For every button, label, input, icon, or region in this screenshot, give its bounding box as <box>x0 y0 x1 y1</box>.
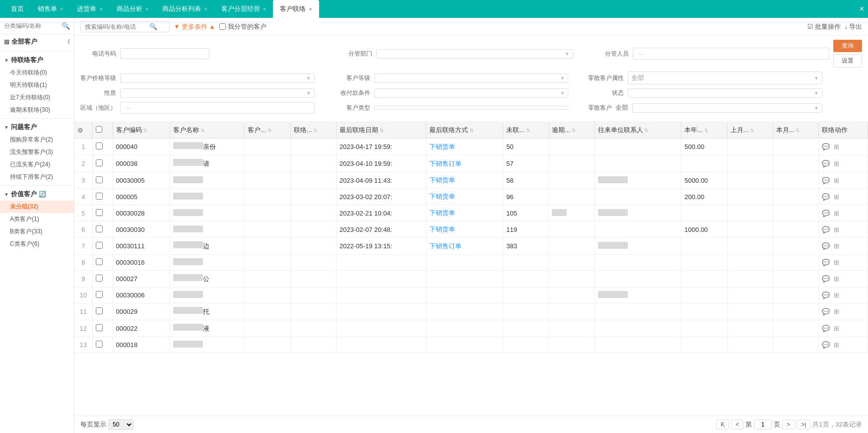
area-dots[interactable]: ··· <box>124 104 134 112</box>
chat-icon[interactable]: 💬 <box>822 242 830 250</box>
sidebar-item-ungroup[interactable]: 未分组(32) <box>0 201 74 213</box>
qr-icon[interactable]: ⊞ <box>834 226 839 233</box>
payment-select[interactable]: ▼ <box>374 88 569 98</box>
col-unit-contact[interactable]: 往来单位联系人 <box>595 122 681 139</box>
row-checkbox[interactable] <box>96 258 103 265</box>
qr-icon[interactable]: ⊞ <box>834 275 839 283</box>
row-checkbox[interactable] <box>96 291 103 298</box>
col-no-contact[interactable]: 未联... <box>503 122 549 139</box>
row-checkbox[interactable] <box>96 307 103 314</box>
settings-icon[interactable]: ⚙ <box>77 127 83 134</box>
sidebar-item-class-a[interactable]: A类客户(1) <box>0 213 74 225</box>
qr-icon[interactable]: ⊞ <box>834 341 839 349</box>
method-link[interactable]: 下销货单 <box>429 143 455 150</box>
col-this-month[interactable]: 本月... <box>773 122 818 139</box>
retail-attr-select[interactable]: 全部 ▼ <box>628 72 822 84</box>
sidebar-item-class-c[interactable]: C类客户(6) <box>0 238 74 250</box>
sidebar-item-churn-warning[interactable]: 流失预警客户(3) <box>0 146 74 158</box>
sidebar-item-churned[interactable]: 已流失客户(24) <box>0 158 74 171</box>
row-checkbox[interactable] <box>96 143 103 149</box>
manager-select[interactable]: ··· <box>633 48 829 60</box>
per-page-select[interactable]: 50 10 20 100 <box>108 419 134 430</box>
nav-tab-analysis[interactable]: 商品分析 × <box>110 0 155 18</box>
next-page-btn[interactable]: > <box>782 420 795 430</box>
row-checkbox[interactable] <box>96 341 103 348</box>
chat-icon[interactable]: 💬 <box>822 275 830 283</box>
sidebar-item-hoarding[interactable]: 囤购异常客户(2) <box>0 134 74 146</box>
method-link[interactable]: 下销货单 <box>429 209 455 216</box>
close-sales-tab[interactable]: × <box>60 6 63 12</box>
dept-select[interactable]: ▼ <box>376 49 573 59</box>
chat-icon[interactable]: 💬 <box>822 160 830 167</box>
close-analysis-tab[interactable]: × <box>145 6 148 12</box>
nav-tab-customer-contact[interactable]: 客户联络 × <box>273 0 319 18</box>
row-checkbox[interactable] <box>96 193 103 200</box>
chat-icon[interactable]: 💬 <box>822 226 830 233</box>
row-checkbox[interactable] <box>96 159 103 166</box>
row-checkbox[interactable] <box>96 176 103 183</box>
col-overdue[interactable]: 逾期... <box>549 122 595 139</box>
group-title-value[interactable]: ▼ 价值客户 🔄 <box>0 188 74 201</box>
col-last-month[interactable]: 上月... <box>727 122 773 139</box>
group-title-pending[interactable]: ▼ 待联络客户 <box>0 54 74 67</box>
prev-page-btn[interactable]: < <box>731 420 743 430</box>
row-checkbox[interactable] <box>96 275 103 282</box>
toolbar-search-input[interactable] <box>85 23 149 30</box>
manager-dots[interactable]: ··· <box>636 50 646 58</box>
sidebar-search-input[interactable] <box>4 22 62 29</box>
my-customers-check[interactable] <box>219 23 226 30</box>
qr-icon[interactable]: ⊞ <box>834 291 839 299</box>
method-link[interactable]: 下销货单 <box>429 225 455 233</box>
qr-icon[interactable]: ⊞ <box>834 177 839 184</box>
sidebar-item-declining[interactable]: 持续下滑客户(2) <box>0 171 74 183</box>
chat-icon[interactable]: 💬 <box>822 210 830 217</box>
my-customers-checkbox[interactable]: 我分管的客户 <box>219 22 267 31</box>
col-last-method[interactable]: 最后联络方式 <box>426 122 503 139</box>
sidebar-item-class-b[interactable]: B类客户(33) <box>0 225 74 238</box>
phone-input[interactable] <box>120 48 209 59</box>
qr-icon[interactable]: ⊞ <box>834 160 839 167</box>
col-code[interactable]: 客户编码 <box>113 122 170 139</box>
chat-icon[interactable]: 💬 <box>822 291 830 299</box>
qr-icon[interactable]: ⊞ <box>834 308 839 315</box>
qr-icon[interactable]: ⊞ <box>834 143 839 150</box>
row-checkbox[interactable] <box>96 209 103 216</box>
method-link[interactable]: 下销货单 <box>429 176 455 184</box>
customer-level-select[interactable]: ▼ <box>374 73 569 83</box>
status-select[interactable]: ▼ <box>628 88 822 98</box>
sidebar-item-today[interactable]: 今天待联络(0) <box>0 67 74 79</box>
close-purchase-tab[interactable]: × <box>99 6 102 12</box>
area-select[interactable]: ··· <box>120 102 315 114</box>
row-checkbox[interactable] <box>96 324 103 331</box>
select-all-checkbox[interactable] <box>96 126 102 133</box>
sidebar-item-7days[interactable]: 近7天待联络(0) <box>0 91 74 104</box>
qr-icon[interactable]: ⊞ <box>834 210 839 217</box>
sidebar-item-tomorrow[interactable]: 明天待联络(1) <box>0 79 74 91</box>
first-page-btn[interactable]: K <box>716 420 729 430</box>
col-contact[interactable]: 联络... <box>290 122 336 139</box>
col-this-year[interactable]: 本年... <box>681 122 727 139</box>
close-customer-contact-tab[interactable]: × <box>309 6 312 12</box>
row-checkbox[interactable] <box>96 242 103 249</box>
retail-customer-select[interactable]: ▼ <box>632 103 822 113</box>
nav-home[interactable]: 首页 <box>4 0 31 18</box>
gender-select[interactable]: ▼ <box>120 88 315 98</box>
customer-type-select[interactable] <box>374 106 569 110</box>
export-btn[interactable]: ↓ 导出 <box>845 22 863 31</box>
qr-icon[interactable]: ⊞ <box>834 193 839 201</box>
col-last-date[interactable]: 最后联络日期 <box>336 122 426 139</box>
row-checkbox[interactable] <box>96 225 103 232</box>
query-button[interactable]: 查询 <box>833 40 862 52</box>
close-customer-segment-tab[interactable]: × <box>263 6 266 12</box>
method-link[interactable]: 下销售订单 <box>429 160 462 167</box>
reset-button[interactable]: 设置 <box>833 54 862 68</box>
col-customer-type[interactable]: 客户... <box>245 122 290 139</box>
col-settings[interactable]: ⚙ <box>74 122 92 139</box>
chat-icon[interactable]: 💬 <box>822 143 830 150</box>
method-link[interactable]: 下销售订单 <box>429 242 462 250</box>
method-link[interactable]: 下销货单 <box>429 193 455 200</box>
last-page-btn[interactable]: >| <box>797 420 810 430</box>
chat-icon[interactable]: 💬 <box>822 193 830 201</box>
nav-tab-customer-segment[interactable]: 客户分层经营 × <box>214 0 273 18</box>
page-number-input[interactable] <box>754 420 772 430</box>
